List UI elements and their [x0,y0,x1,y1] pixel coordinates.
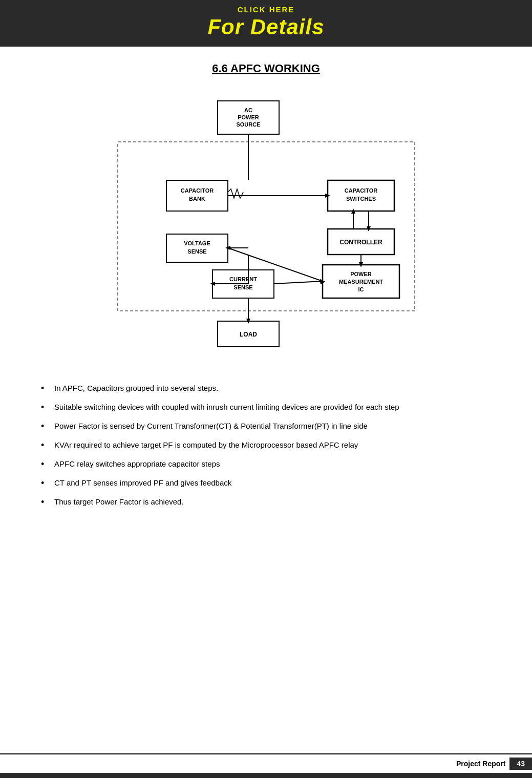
page-footer: Project Report 43 [0,753,532,773]
bullet-dot: • [41,382,50,395]
list-item: • Thus target Power Factor is achieved. [41,496,491,509]
footer-page-number: 43 [509,758,532,770]
svg-text:CAPACITOR: CAPACITOR [180,187,213,194]
bullet-text: KVAr required to achieve target PF is co… [54,439,491,451]
bullet-text: Suitable switching devices with coupled … [54,402,491,413]
bottom-bar [0,773,532,778]
list-item: • Suitable switching devices with couple… [41,402,491,414]
svg-text:POWER: POWER [238,114,259,120]
bullet-dot: • [41,457,50,471]
svg-text:CAPACITOR: CAPACITOR [344,187,377,194]
svg-text:BANK: BANK [189,196,205,202]
section-heading: 6.6 APFC WORKING [41,62,491,75]
list-item: • CT and PT senses improved PF and gives… [41,477,491,490]
svg-text:CURRENT: CURRENT [229,276,257,282]
svg-line-41 [274,281,323,284]
bullet-text: In APFC, Capacitors grouped into several… [54,383,491,394]
bullet-text: Thus target Power Factor is achieved. [54,496,491,508]
for-details-text[interactable]: For Details [0,15,532,39]
bullet-dot: • [41,419,50,433]
svg-text:SENSE: SENSE [187,248,206,255]
svg-text:MEASUREMENT: MEASUREMENT [338,279,382,285]
svg-text:VOLTAGE: VOLTAGE [184,240,210,246]
top-banner: CLICK HERE For Details [0,0,532,47]
list-item: • KVAr required to achieve target PF is … [41,439,491,452]
svg-text:IC: IC [358,286,364,292]
svg-text:CONTROLLER: CONTROLLER [339,239,382,246]
svg-text:SWITCHES: SWITCHES [346,196,375,202]
svg-text:LOAD: LOAD [240,331,257,338]
list-item: • Power Factor is sensed by Current Tran… [41,420,491,433]
bullet-dot: • [41,401,50,414]
list-item: • In APFC, Capacitors grouped into sever… [41,383,491,395]
svg-text:AC: AC [244,107,252,113]
bullet-text: APFC relay switches appropriate capacito… [54,458,491,470]
svg-text:POWER: POWER [350,271,372,277]
svg-text:SENSE: SENSE [233,284,252,290]
bullet-list: • In APFC, Capacitors grouped into sever… [41,383,491,509]
bullet-dot: • [41,495,50,509]
bullet-dot: • [41,438,50,452]
bullet-text: CT and PT senses improved PF and gives f… [54,477,491,489]
click-here-text[interactable]: CLICK HERE [0,5,532,14]
bullet-dot: • [41,476,50,490]
diagram-container: AC POWER SOURCE CAPACITOR BANK CAPACITOR… [41,91,491,362]
diagram-svg: AC POWER SOURCE CAPACITOR BANK CAPACITOR… [87,91,445,362]
svg-text:SOURCE: SOURCE [236,121,260,128]
content-area: 6.6 APFC WORKING AC POWER SOURCE CAPACIT… [0,47,532,560]
footer-label: Project Report [456,760,509,768]
bullet-text: Power Factor is sensed by Current Transf… [54,420,491,432]
list-item: • APFC relay switches appropriate capaci… [41,458,491,471]
